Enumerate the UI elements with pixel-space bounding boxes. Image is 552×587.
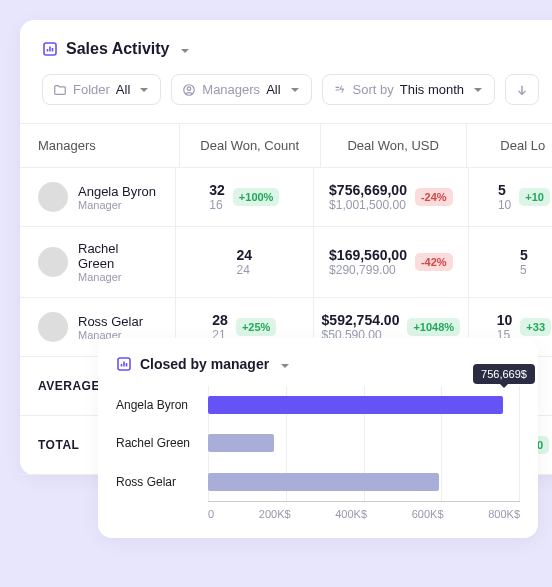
manager-name: Rachel Green	[78, 241, 157, 271]
x-axis-tick: 600K$	[412, 508, 444, 520]
folder-filter[interactable]: Folder All	[42, 74, 161, 105]
avatar	[38, 182, 68, 212]
chevron-down-icon	[289, 84, 301, 96]
bar-chart-icon	[42, 41, 58, 57]
managers-value: All	[266, 82, 280, 97]
svg-point-2	[188, 86, 192, 90]
delta-badge: -24%	[415, 188, 453, 206]
overlay-header[interactable]: Closed by manager	[116, 356, 520, 372]
chevron-down-icon	[279, 358, 291, 370]
folder-icon	[53, 83, 67, 97]
folder-value: All	[116, 82, 130, 97]
table-row[interactable]: Angela ByronManager 3216+100% $756,669,0…	[20, 168, 552, 227]
x-axis-tick: 400K$	[335, 508, 367, 520]
chart-bar[interactable]	[208, 396, 503, 414]
sort-label: Sort by	[353, 82, 394, 97]
sort-direction-button[interactable]	[505, 74, 539, 105]
x-axis-tick: 200K$	[259, 508, 291, 520]
chart-bar[interactable]	[208, 434, 274, 452]
chevron-down-icon	[138, 84, 150, 96]
y-axis-label: Rachel Green	[116, 424, 208, 462]
bar-chart: Angela ByronRachel GreenRoss Gelar 756,6…	[116, 386, 520, 501]
managers-filter[interactable]: Managers All	[171, 74, 311, 105]
avatar	[38, 247, 68, 277]
panel-header[interactable]: Sales Activity	[20, 40, 552, 74]
bar-chart-icon	[116, 356, 132, 372]
sort-value: This month	[400, 82, 464, 97]
closed-by-manager-panel: Closed by manager Angela ByronRachel Gre…	[98, 338, 538, 538]
panel-title: Sales Activity	[66, 40, 169, 58]
table-row[interactable]: Rachel GreenManager 2424 $169,560,00$290…	[20, 227, 552, 298]
delta-badge: +10	[519, 188, 550, 206]
delta-badge: +1048%	[407, 318, 460, 336]
manager-name: Angela Byron	[78, 184, 156, 199]
y-axis-label: Ross Gelar	[116, 463, 208, 501]
delta-badge: -42%	[415, 253, 453, 271]
avatar	[38, 312, 68, 342]
col-managers: Managers	[20, 124, 180, 167]
folder-label: Folder	[73, 82, 110, 97]
manager-name: Ross Gelar	[78, 314, 143, 329]
arrow-down-icon	[515, 83, 529, 97]
chevron-down-icon	[179, 43, 191, 55]
delta-badge: +33	[520, 318, 551, 336]
chevron-down-icon	[472, 84, 484, 96]
delta-badge: +25%	[236, 318, 276, 336]
delta-badge: +100%	[233, 188, 280, 206]
chart-bar[interactable]	[208, 473, 439, 491]
manager-role: Manager	[78, 199, 156, 211]
x-axis-tick: 800K$	[488, 508, 520, 520]
x-axis-tick: 0	[208, 508, 214, 520]
col-deal-usd: Deal Won, USD	[321, 124, 467, 167]
sort-filter[interactable]: Sort by This month	[322, 74, 496, 105]
y-axis-label: Angela Byron	[116, 386, 208, 424]
managers-label: Managers	[202, 82, 260, 97]
x-axis: 0200K$400K$600K$800K$	[208, 508, 520, 520]
table-header-row: Managers Deal Won, Count Deal Won, USD D…	[20, 124, 552, 168]
filter-bar: Folder All Managers All Sort by This mon…	[20, 74, 552, 123]
manager-role: Manager	[78, 271, 157, 283]
col-deal-count: Deal Won, Count	[180, 124, 321, 167]
sort-az-icon	[333, 83, 347, 97]
person-icon	[182, 83, 196, 97]
overlay-title: Closed by manager	[140, 356, 269, 372]
chart-tooltip: 756,669$	[473, 364, 535, 384]
col-deal-lost: Deal Lo	[467, 124, 552, 167]
